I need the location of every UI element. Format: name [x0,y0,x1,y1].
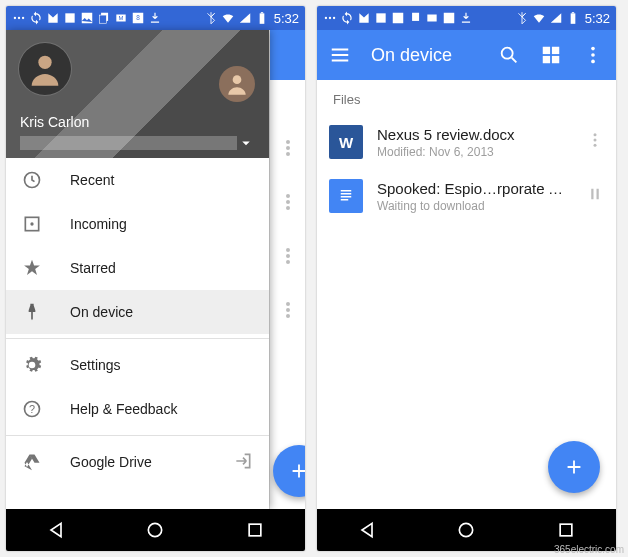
drawer-item-google-drive[interactable]: Google Drive [6,440,269,484]
sync-icon [29,11,43,25]
drawer-item-incoming[interactable]: Incoming [6,202,269,246]
file-pause[interactable] [586,185,604,207]
drawer-list: Recent Incoming Starred On device Settin… [6,158,269,509]
plus-icon [563,456,585,478]
status-notifications [323,11,473,25]
fab-add[interactable] [273,445,305,497]
home-icon[interactable] [145,520,165,540]
screenshot-right: 5:32 On device Files W Nexus 5 review.do… [317,6,616,551]
exit-icon [233,451,253,474]
download-icon [148,11,162,25]
svg-point-21 [325,17,327,19]
svg-rect-29 [572,12,574,13]
search-icon[interactable] [498,44,520,66]
svg-point-43 [460,523,473,536]
drawer-item-label: On device [70,304,133,320]
status-notifications: M 8 [12,11,162,25]
clock-icon [22,170,42,190]
user-email [20,136,237,150]
svg-text:8: 8 [136,14,140,21]
file-overflow[interactable] [586,131,604,153]
menu-icon[interactable] [329,44,351,66]
file-meta: Modified: Nov 6, 2013 [377,145,572,159]
overflow-icon [586,131,604,149]
app-bar: On device [317,30,616,80]
gmail-icon [425,11,439,25]
back-icon[interactable] [46,520,66,540]
app-icon [63,11,77,25]
account-switcher[interactable] [20,134,255,152]
battery-icon [255,11,269,25]
svg-point-13 [233,75,242,84]
svg-rect-3 [65,13,74,22]
svg-point-23 [333,17,335,19]
recents-icon[interactable] [245,520,265,540]
gplus-icon: 8 [131,11,145,25]
watermark: 365electric.com [554,544,624,555]
page-title: On device [371,45,478,66]
svg-rect-42 [597,189,599,200]
status-time: 5:32 [585,11,610,26]
svg-rect-11 [261,12,263,13]
file-name: Nexus 5 review.docx [377,126,572,143]
divider [6,338,269,339]
drive-icon [22,452,42,472]
drawer-item-label: Settings [70,357,121,373]
drawer-item-label: Starred [70,260,116,276]
gplus-icon [442,11,456,25]
help-icon: ? [22,399,42,419]
pause-icon [586,185,604,203]
status-time: 5:32 [274,11,299,26]
svg-point-1 [18,17,20,19]
svg-rect-25 [393,13,404,24]
recents-icon[interactable] [556,520,576,540]
pin-icon [22,302,42,322]
file-row[interactable]: W Nexus 5 review.docx Modified: Nov 6, 2… [317,115,616,169]
copy-icon [408,11,422,25]
overflow-icon[interactable] [582,44,604,66]
drawer-item-settings[interactable]: Settings [6,343,269,387]
svg-rect-32 [552,47,559,54]
svg-point-12 [38,56,51,69]
avatar-main[interactable] [18,42,72,96]
fab-add[interactable] [548,441,600,493]
svg-rect-20 [249,524,261,536]
nav-drawer: Kris Carlon Recent Incoming Starred On d… [6,30,269,509]
grid-view-icon[interactable] [540,44,562,66]
fab-peek [269,429,305,509]
drawer-item-recent[interactable]: Recent [6,158,269,202]
google-doc-icon [329,179,363,213]
wifi-icon [532,11,546,25]
svg-rect-33 [543,56,550,63]
word-doc-icon: W [329,125,363,159]
drawer-item-on-device[interactable]: On device [6,290,269,334]
copy-icon [97,11,111,25]
avatar-secondary[interactable] [219,66,255,102]
svg-point-30 [502,48,513,59]
drawer-item-help[interactable]: ? Help & Feedback [6,387,269,431]
status-bar: 5:32 [317,6,616,30]
file-meta: Waiting to download [377,199,572,213]
status-system: 5:32 [204,11,299,26]
home-icon[interactable] [456,520,476,540]
back-icon[interactable] [357,520,377,540]
mail-icon [46,11,60,25]
svg-point-39 [594,139,597,142]
signal-icon [238,11,252,25]
android-nav-bar [6,509,305,551]
svg-point-36 [591,53,595,57]
svg-rect-26 [412,13,419,21]
status-bar: M 8 5:32 [6,6,305,30]
drawer-item-label: Incoming [70,216,127,232]
svg-rect-34 [552,56,559,63]
file-row[interactable]: Spooked: Espio…rporate America Waiting t… [317,169,616,223]
star-icon [22,258,42,278]
plus-icon [288,460,305,482]
svg-point-19 [149,523,162,536]
screenshot-left: M 8 5:32 [6,6,305,551]
svg-rect-27 [444,13,455,24]
wifi-icon [221,11,235,25]
svg-rect-31 [543,47,550,54]
drawer-header[interactable]: Kris Carlon [6,30,269,158]
drawer-item-starred[interactable]: Starred [6,246,269,290]
